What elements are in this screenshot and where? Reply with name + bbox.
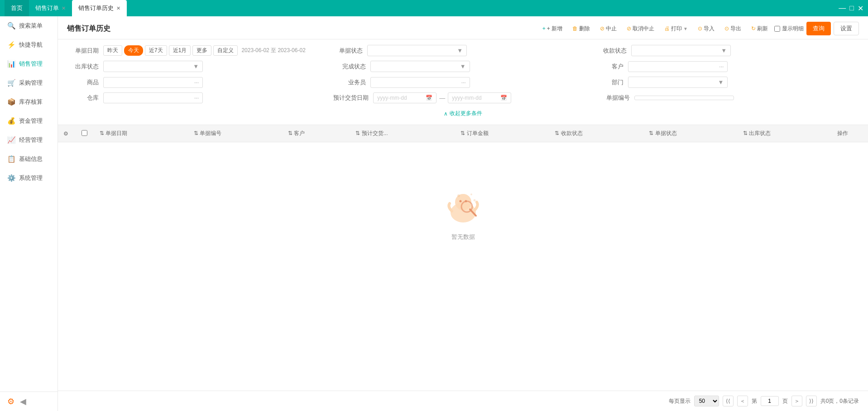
sidebar-item-quick-nav[interactable]: ⚡ 快捷导航	[0, 35, 58, 54]
print-dropdown-icon: ▼	[683, 26, 688, 31]
per-page-label: 每页显示	[669, 397, 691, 405]
warehouse-status-select[interactable]: ▼	[103, 61, 203, 72]
delivery-date-group: yyyy-mm-dd 📅 — yyyy-mm-dd 📅	[373, 92, 511, 103]
sidebar-item-search[interactable]: 🔍 搜索菜单	[0, 16, 58, 35]
delivery-date-end-input[interactable]: yyyy-mm-dd 📅	[448, 92, 511, 103]
delete-button[interactable]: 🗑 删除	[569, 23, 594, 35]
operations-icon: 📈	[7, 136, 15, 144]
sidebar-collapse-icon[interactable]: ◀	[20, 396, 26, 406]
tab-sales-order-close[interactable]: ✕	[62, 5, 66, 11]
pagination: 每页显示 50 10 20 100 ⟨⟨ ＜ 第 页 ＞ ⟩⟩ 共0页，0条记录	[58, 391, 868, 411]
custom-btn[interactable]: 自定义	[213, 45, 238, 56]
delivery-date-start-input[interactable]: yyyy-mm-dd 📅	[373, 92, 436, 103]
refresh-icon: ↻	[751, 25, 756, 32]
first-page-btn[interactable]: ⟨⟨	[723, 396, 734, 406]
7days-btn[interactable]: 近7天	[145, 45, 167, 56]
sidebar-item-inventory[interactable]: 📦 库存核算	[0, 92, 58, 111]
warehouse-input[interactable]: ···	[103, 92, 203, 103]
goods-control: ···	[103, 77, 334, 88]
stop-button[interactable]: ⊘ 中止	[596, 23, 620, 35]
more-btn[interactable]: 更多	[192, 45, 211, 56]
query-button[interactable]: 查询	[806, 22, 831, 35]
payment-status-label: 收款状态	[595, 47, 631, 55]
department-select[interactable]: ▼	[628, 77, 728, 88]
new-icon: +	[542, 25, 546, 32]
customer-input[interactable]: ···	[628, 61, 728, 72]
display-detail-checkbox[interactable]	[774, 26, 780, 32]
warehouse-status-arrow: ▼	[193, 63, 199, 70]
th-delivery: ⇅ 预计交货...	[350, 125, 455, 142]
prev-page-btn[interactable]: ＜	[737, 396, 748, 406]
goods-dots-icon[interactable]: ···	[194, 79, 199, 86]
sidebar-item-purchase[interactable]: 🛒 采购管理	[0, 73, 58, 92]
sidebar-item-finance[interactable]: 💰 资金管理	[0, 111, 58, 131]
th-checkbox[interactable]	[76, 125, 94, 142]
per-page-select[interactable]: 50 10 20 100	[694, 396, 719, 406]
order-number-input[interactable]	[634, 96, 734, 100]
order-status-arrow: ▼	[457, 47, 463, 54]
minimize-icon[interactable]: —	[839, 4, 846, 12]
th-customer: ⇅ 客户	[283, 125, 350, 142]
maximize-icon[interactable]: □	[849, 4, 854, 12]
collapse-up-icon: ∧	[444, 111, 448, 117]
th-amount: ⇅ 订单金额	[455, 125, 549, 142]
th-settings[interactable]: ⚙	[58, 125, 76, 142]
warehouse-label: 仓库	[67, 94, 103, 102]
salesperson-input[interactable]: ···	[370, 77, 470, 88]
salesperson-dots-icon[interactable]: ···	[461, 79, 466, 86]
tab-sales-order[interactable]: 销售订单 ✕	[29, 0, 72, 16]
sidebar-item-operations[interactable]: 📈 经营管理	[0, 131, 58, 150]
base-info-icon: 📋	[7, 155, 15, 163]
next-page-btn[interactable]: ＞	[791, 396, 802, 406]
warehouse-dots-icon[interactable]: ···	[194, 95, 199, 101]
tab-sales-order-history[interactable]: 销售订单历史 ✕	[72, 0, 127, 16]
settings-gear-icon[interactable]: ⚙	[63, 131, 68, 137]
order-status-control: ▼	[367, 45, 595, 56]
today-btn[interactable]: 今天	[124, 45, 143, 56]
1month-btn[interactable]: 近1月	[169, 45, 191, 56]
print-icon: 🖨	[664, 25, 670, 32]
sidebar-item-sales[interactable]: 📊 销售管理	[0, 54, 58, 73]
department-label: 部门	[601, 78, 628, 87]
tab-sales-order-history-close[interactable]: ✕	[116, 5, 120, 11]
collapse-button[interactable]: ∧ 收起更多条件	[67, 108, 859, 119]
close-window-icon[interactable]: ✕	[858, 4, 863, 13]
cancel-stop-button[interactable]: ⊘ 取消中止	[623, 23, 658, 35]
new-button[interactable]: + + 新增	[539, 23, 566, 35]
delete-icon: 🗑	[572, 25, 578, 32]
svg-point-7	[470, 193, 472, 195]
export-icon: ⊙	[724, 25, 729, 32]
complete-status-control: ▼	[370, 61, 601, 72]
last-page-btn[interactable]: ⟩⟩	[806, 396, 817, 406]
yesterday-btn[interactable]: 昨天	[103, 45, 122, 56]
sidebar-settings-icon[interactable]: ⚙	[7, 396, 14, 406]
svg-point-8	[473, 199, 475, 202]
customer-dots-icon[interactable]: ···	[719, 63, 724, 70]
complete-status-arrow: ▼	[460, 63, 466, 70]
complete-status-select[interactable]: ▼	[370, 61, 470, 72]
tab-home[interactable]: 首页	[5, 0, 29, 16]
page-prefix: 第	[752, 397, 757, 405]
refresh-button[interactable]: ↻ 刷新	[748, 23, 772, 35]
svg-point-6	[457, 194, 460, 197]
display-detail-checkbox-label[interactable]: 显示明细	[774, 25, 804, 33]
print-button[interactable]: 🖨 打印 ▼	[661, 23, 691, 35]
select-all-checkbox[interactable]	[82, 130, 87, 136]
page-suffix: 页	[782, 397, 788, 405]
export-button[interactable]: ⊙ 导出	[721, 23, 745, 35]
sidebar-item-system[interactable]: ⚙️ 系统管理	[0, 169, 58, 188]
order-status-select[interactable]: ▼	[367, 45, 467, 56]
filter-row-2: 出库状态 ▼ 完成状态 ▼ 客户	[67, 61, 859, 72]
import-button[interactable]: ⊙ 导入	[694, 23, 718, 35]
payment-status-select[interactable]: ▼	[631, 45, 731, 56]
data-table: ⚙ ⇅ 单据日期 ⇅ 单据编号	[58, 125, 868, 277]
warehouse-control: ···	[103, 92, 328, 103]
goods-input[interactable]: ···	[103, 77, 203, 88]
department-arrow: ▼	[718, 79, 724, 86]
page-input[interactable]	[761, 396, 779, 406]
settings-button[interactable]: 设置	[834, 22, 859, 35]
payment-status-arrow: ▼	[721, 47, 727, 54]
sidebar-item-quick-nav-label: 快捷导航	[19, 41, 43, 49]
sidebar-item-base-info[interactable]: 📋 基础信息	[0, 150, 58, 169]
tab-sales-order-label: 销售订单	[35, 4, 59, 12]
